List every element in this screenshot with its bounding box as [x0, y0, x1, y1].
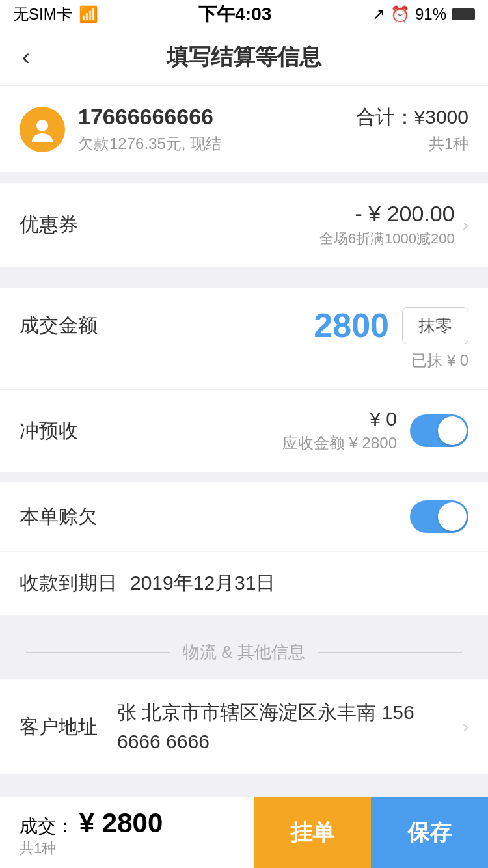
address-chevron-icon: › [463, 716, 468, 737]
save-button[interactable]: 保存 [371, 797, 488, 868]
logistics-text: 物流 & 其他信息 [183, 641, 305, 664]
hold-button[interactable]: 挂单 [254, 797, 371, 868]
customer-phone: 17666666666 [78, 104, 221, 129]
svg-point-1 [32, 133, 53, 142]
duedate-section: 收款到期日 2019年12月31日 [0, 551, 488, 615]
customer-right: 合计：¥3000 共1种 [356, 104, 468, 154]
battery-percent: 91% [415, 5, 446, 23]
deal-amount: ¥ 2800 [79, 807, 163, 838]
credit-label: 本单赊欠 [20, 504, 98, 530]
coupon-row[interactable]: 优惠券 - ¥ 200.00 全场6折满1000减200 › [0, 183, 488, 267]
chevron-right-icon: › [463, 215, 468, 236]
bottom-summary: 成交： ¥ 2800 共1种 [0, 807, 254, 858]
amount-sub-text: 已抹 ¥ 0 [20, 350, 468, 371]
deal-label: 成交： [20, 816, 74, 836]
battery-icon [452, 8, 475, 20]
amount-label: 成交金额 [20, 312, 98, 339]
coupon-amount: - ¥ 200.00 [319, 201, 455, 226]
credit-toggle[interactable] [410, 500, 468, 533]
svg-point-0 [36, 120, 48, 131]
customer-card: 17666666666 欠款1276.35元, 现结 合计：¥3000 共1种 [0, 86, 488, 172]
item-count: 共1种 [356, 133, 468, 154]
section-divider-3 [0, 615, 488, 625]
prepay-label: 冲预收 [20, 418, 78, 444]
section-divider-1 [0, 277, 488, 288]
logistics-line-left [26, 652, 170, 653]
round-button[interactable]: 抹零 [402, 307, 468, 344]
prepay-toggle[interactable] [410, 414, 468, 447]
amount-row: 成交金额 2800 抹零 [20, 306, 468, 345]
section-divider-2 [0, 472, 488, 482]
back-button[interactable]: ‹ [16, 37, 36, 77]
avatar [20, 107, 65, 152]
coupon-label: 优惠券 [20, 211, 78, 238]
bottom-bar: 成交： ¥ 2800 共1种 挂单 保存 [0, 796, 488, 868]
bottom-buttons: 挂单 保存 [254, 797, 488, 868]
status-left: 无SIM卡 📶 [13, 4, 98, 25]
address-section[interactable]: 客户地址 张 北京市市辖区海淀区永丰南 156 6666 6666 › [0, 679, 488, 774]
logistics-line-right [318, 652, 462, 653]
credit-section: 本单赊欠 [0, 482, 488, 551]
status-time: 下午4:03 [198, 2, 271, 27]
customer-info: 17666666666 欠款1276.35元, 现结 [78, 104, 221, 154]
credit-toggle-knob [438, 502, 467, 531]
duedate-row: 收款到期日 2019年12月31日 [20, 570, 468, 597]
prepay-value: ¥ 0 [282, 408, 397, 430]
page-title: 填写结算等信息 [167, 42, 321, 72]
address-label: 客户地址 [20, 714, 98, 740]
coupon-desc: 全场6折满1000减200 [319, 229, 455, 249]
duedate-label: 收款到期日 [20, 570, 117, 597]
alarm-icon: ⏰ [390, 5, 410, 23]
content-area: 17666666666 欠款1276.35元, 现结 合计：¥3000 共1种 … [0, 86, 488, 868]
status-right: ↗ ⏰ 91% [372, 5, 475, 23]
nav-bar: ‹ 填写结算等信息 [0, 29, 488, 86]
duedate-value: 2019年12月31日 [130, 570, 275, 597]
logistics-divider: 物流 & 其他信息 [0, 625, 488, 679]
wifi-icon: 📶 [79, 5, 98, 23]
amount-right: 2800 抹零 [314, 306, 468, 345]
toggle-knob [438, 416, 467, 445]
carrier-text: 无SIM卡 [13, 4, 72, 25]
prepay-right: ¥ 0 应收金额 ¥ 2800 [282, 408, 468, 454]
customer-debt: 欠款1276.35元, 现结 [78, 133, 221, 154]
deal-label-row: 成交： ¥ 2800 [20, 807, 234, 839]
prepay-sub: 应收金额 ¥ 2800 [282, 433, 397, 454]
prepay-row: 冲预收 ¥ 0 应收金额 ¥ 2800 [20, 408, 468, 454]
prepay-amount-block: ¥ 0 应收金额 ¥ 2800 [282, 408, 397, 454]
address-value: 张 北京市市辖区海淀区永丰南 156 6666 6666 [117, 698, 452, 756]
prepay-section: 冲预收 ¥ 0 应收金额 ¥ 2800 [0, 389, 488, 472]
total-amount: 合计：¥3000 [356, 104, 468, 131]
transaction-value: 2800 [314, 306, 389, 345]
deal-count: 共1种 [20, 839, 234, 858]
coupon-right: - ¥ 200.00 全场6折满1000减200 › [319, 201, 468, 249]
transaction-section: 成交金额 2800 抹零 已抹 ¥ 0 [0, 288, 488, 389]
location-icon: ↗ [372, 5, 385, 23]
customer-left: 17666666666 欠款1276.35元, 现结 [20, 104, 221, 154]
status-bar: 无SIM卡 📶 下午4:03 ↗ ⏰ 91% [0, 0, 488, 29]
